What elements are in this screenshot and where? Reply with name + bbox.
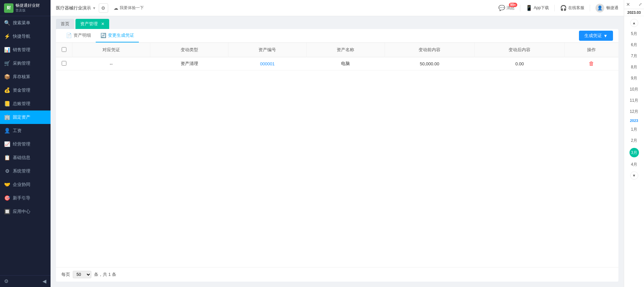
sidebar-item-app-center[interactable]: 🔲 应用中心 [0,205,51,218]
operations-icon: 📈 [4,141,10,147]
messages-button[interactable]: 💬 消息 99+ [498,5,515,11]
sidebar-item-payroll[interactable]: 👤 工资 [0,124,51,137]
right-panel-close-icon[interactable]: ✕ [626,2,630,7]
delete-row-icon[interactable]: 🗑 [589,61,594,66]
table-header-row: 对应凭证 变动类型 资产编号 资产名称 变动前内容 变动后内容 操作 [56,43,618,57]
sidebar-label-app-center: 应用中心 [13,209,30,215]
tab-close-icon[interactable]: ✕ [101,22,104,26]
experience-icon: ☁ [114,5,118,11]
user-menu[interactable]: 👤 畅捷通 [595,4,618,12]
sidebar-label-guide: 新手引导 [13,195,30,201]
sales-icon: 📊 [4,47,10,53]
sidebar-label-sales: 销售管理 [13,47,30,53]
sidebar-item-system[interactable]: ⚙ 系统管理 [0,164,51,178]
sidebar-item-basic-info[interactable]: 📋 基础信息 [0,151,51,164]
company-name: 医疗器械行业演示 [56,5,91,11]
company-selector[interactable]: 医疗器械行业演示 ▼ [56,5,96,11]
sidebar-item-operations[interactable]: 📈 经营管理 [0,137,51,151]
month-6[interactable]: 6月 [630,40,639,50]
user-avatar: 👤 [595,4,604,12]
row-voucher: -- [72,57,150,70]
tab-asset-mgmt-label: 资产管理 [80,21,98,26]
row-checkbox-cell [56,57,72,70]
sidebar-item-inventory[interactable]: 📦 库存核算 [0,70,51,84]
total-count-label: 条，共 1 条 [94,272,116,278]
sidebar-label-general-ledger: 总账管理 [13,101,30,107]
toggle-sidebar-icon[interactable]: ◀ [42,278,47,284]
sub-tab-bar: 📄 资产明细 🔄 变更生成凭证 生成凭证 ▼ [56,29,618,43]
th-asset-no: 资产编号 [228,43,307,57]
sidebar-item-guide[interactable]: 🎯 新手引导 [0,191,51,205]
month-7[interactable]: 7月 [630,52,639,61]
month-8[interactable]: 8月 [630,63,639,72]
change-voucher-icon: 🔄 [100,33,106,38]
month-12[interactable]: 12月 [628,107,640,116]
sidebar: 财 畅捷通好业财 普及版 🔍 搜索菜单 ⚡ 快捷导航 📊 销售管理 🛒 采购管理… [0,0,51,287]
select-all-checkbox[interactable] [62,47,66,52]
payroll-icon: 👤 [4,128,10,134]
experience-button[interactable]: ☁ 我要体验一下 [114,5,144,11]
inventory-icon: 📦 [4,74,10,80]
month-5[interactable]: 5月 [630,29,639,38]
row-checkbox[interactable] [62,61,66,66]
purchase-icon: 🛒 [4,60,10,66]
tab-asset-mgmt[interactable]: 资产管理 ✕ [75,19,109,29]
month-2023-3[interactable]: 3月 [630,148,639,157]
generate-voucher-dropdown-icon: ▼ [603,33,608,38]
sidebar-label-enterprise: 企业协同 [13,182,30,188]
content-area: 首页 资产管理 ✕ 📄 资产明细 🔄 变更生成凭证 [51,16,624,287]
right-panel-expand-icon[interactable]: ⤢ [639,2,642,7]
main-area: 医疗器械行业演示 ▼ ⚙ ☁ 我要体验一下 💬 消息 99+ 📱 App下载 🎧… [51,0,624,287]
sidebar-label-funds: 资金管理 [13,87,30,93]
sidebar-item-funds[interactable]: 💰 资金管理 [0,84,51,97]
sidebar-label-inventory: 库存核算 [13,74,30,80]
company-chevron-icon: ▼ [92,6,96,10]
logo-name: 畅捷通好业财 [16,3,40,8]
th-asset-name: 资产名称 [306,43,385,57]
system-icon: ⚙ [4,168,10,174]
messages-icon: 💬 [498,5,505,11]
sidebar-item-search[interactable]: 🔍 搜索菜单 [0,16,51,30]
sidebar-item-sales[interactable]: 📊 销售管理 [0,43,51,57]
company-settings-button[interactable]: ⚙ [99,3,108,13]
generate-voucher-button[interactable]: 生成凭证 ▼ [579,31,613,41]
sidebar-item-fixed-assets[interactable]: 🏢 固定资产 [0,110,51,124]
app-center-icon: 🔲 [4,209,10,215]
sidebar-label-basic-info: 基础信息 [13,155,30,161]
sidebar-logo: 财 畅捷通好业财 普及版 [0,0,51,16]
per-page-select[interactable]: 50 10 20 100 [73,271,91,278]
sidebar-footer: ⚙ ◀ [0,275,51,287]
month-9[interactable]: 9月 [630,74,639,83]
month-nav-up[interactable]: ▲ [630,19,638,27]
guide-icon: 🎯 [4,195,10,201]
experience-label: 我要体验一下 [120,5,144,11]
app-download-button[interactable]: 📱 App下载 [526,5,549,11]
month-2023-1[interactable]: 1月 [630,125,639,134]
month-nav-down[interactable]: ▼ [630,171,638,180]
month-10[interactable]: 10月 [628,85,640,94]
sub-tab-change-voucher-label: 变更生成凭证 [108,32,134,38]
sidebar-item-general-ledger[interactable]: 📒 总账管理 [0,97,51,110]
general-ledger-icon: 📒 [4,101,10,107]
sidebar-item-enterprise[interactable]: 🤝 企业协同 [0,178,51,191]
sub-tab-change-voucher[interactable]: 🔄 变更生成凭证 [96,29,139,42]
month-2023-4[interactable]: 4月 [630,160,639,169]
customer-service-label: 在线客服 [568,5,584,11]
th-operation: 操作 [564,43,618,57]
asset-table: 对应凭证 变动类型 资产编号 资产名称 变动前内容 变动后内容 操作 [56,43,618,70]
th-checkbox [56,43,72,57]
sidebar-label-fixed-assets: 固定资产 [13,114,30,120]
sidebar-label-operations: 经营管理 [13,141,30,147]
customer-service-button[interactable]: 🎧 在线客服 [560,5,584,11]
app-download-icon: 📱 [526,5,532,11]
sub-tab-left: 📄 资产明细 🔄 变更生成凭证 [61,29,139,42]
tab-home[interactable]: 首页 [56,19,74,29]
sub-tab-asset-detail[interactable]: 📄 资产明细 [61,29,96,42]
settings-icon[interactable]: ⚙ [4,278,8,284]
sidebar-item-quick-nav[interactable]: ⚡ 快捷导航 [0,30,51,43]
quick-nav-icon: ⚡ [4,33,10,39]
month-2023-2[interactable]: 2月 [630,136,639,145]
tab-bar: 首页 资产管理 ✕ [51,16,624,29]
sidebar-item-purchase[interactable]: 🛒 采购管理 [0,57,51,70]
month-11[interactable]: 11月 [628,96,640,105]
